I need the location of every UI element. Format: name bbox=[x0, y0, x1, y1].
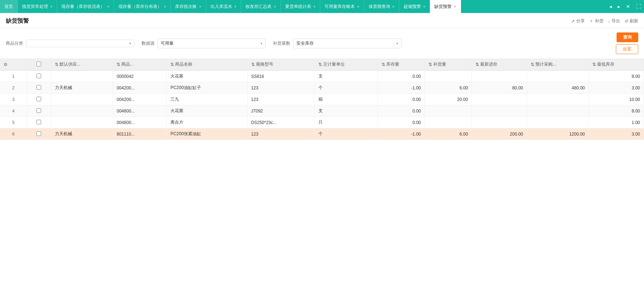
cell-replenish-5: 6.00 bbox=[425, 128, 472, 140]
check-all-checkbox[interactable] bbox=[36, 62, 41, 66]
th-unit[interactable]: ⇅ 主计量单位 bbox=[314, 58, 378, 71]
cell-stock-5: -1.00 bbox=[378, 128, 425, 140]
replenish-icon: ＋ bbox=[589, 18, 593, 24]
replenish-base-select[interactable]: 安全库存 ▾ bbox=[293, 39, 401, 48]
data-source-label: 数据源 bbox=[142, 40, 155, 47]
tab-close-available-ledger[interactable]: × bbox=[357, 4, 359, 9]
th-name[interactable]: ⇅ 商品名称 bbox=[167, 58, 247, 71]
tab-home[interactable]: 首页 bbox=[0, 0, 18, 13]
table-body: 1 0000042 火花塞 SS816 支 0.00 8.00 2 力天机械 0… bbox=[0, 71, 644, 140]
th-latest-price[interactable]: ⇅ 最新进价 bbox=[472, 58, 527, 71]
replenish-button[interactable]: ＋ 补货 bbox=[589, 18, 604, 24]
tab-overstock-warning[interactable]: 超储预警 × bbox=[399, 0, 430, 13]
row-checkbox-5[interactable] bbox=[36, 131, 41, 136]
cell-unit-3: 支 bbox=[314, 105, 378, 117]
th-stock[interactable]: ⇅ 库存量 bbox=[378, 58, 425, 71]
cell-stock-2: 0.00 bbox=[378, 94, 425, 105]
settings-button[interactable]: 设置 bbox=[616, 44, 638, 54]
tab-prev-btn[interactable]: ◂ bbox=[606, 0, 615, 13]
th-gear[interactable]: ⚙ bbox=[0, 58, 27, 71]
row-checkbox-3[interactable] bbox=[36, 108, 41, 113]
cell-code-4: 004800... bbox=[113, 117, 167, 128]
cell-stock-4: 0.00 bbox=[378, 117, 425, 128]
th-check-all[interactable] bbox=[27, 58, 51, 71]
tab-close-all-btn[interactable]: ✕ bbox=[623, 0, 633, 13]
row-checkbox-2[interactable] bbox=[36, 97, 41, 101]
tab-expand-btn[interactable]: ⛶ bbox=[633, 0, 644, 13]
tab-close-overstock-warning[interactable]: × bbox=[423, 4, 425, 9]
share-button[interactable]: ↗ 分享 bbox=[571, 18, 585, 24]
tab-next-btn[interactable]: ▸ bbox=[615, 0, 623, 13]
cell-check-0[interactable] bbox=[27, 71, 51, 82]
query-button[interactable]: 查询 bbox=[617, 32, 638, 42]
tab-close-receive-summary[interactable]: × bbox=[274, 4, 276, 9]
tab-available-ledger[interactable]: 可用量库存账本 × bbox=[320, 0, 364, 13]
cell-name-3: 火花塞 bbox=[167, 105, 247, 117]
data-source-value: 可用量 bbox=[161, 40, 174, 47]
tab-order-stats[interactable]: 要货单统计表 × bbox=[281, 0, 320, 13]
export-button[interactable]: ↓ 导出 bbox=[608, 18, 620, 24]
cell-unit-5: 个 bbox=[314, 128, 378, 140]
tab-defect-handling[interactable]: 拣货异常处理 × bbox=[18, 0, 57, 13]
sort-supplier-icon: ⇅ bbox=[55, 62, 58, 67]
th-replenish[interactable]: ⇅ 补货量 bbox=[425, 58, 472, 71]
cell-code-5: 801110... bbox=[113, 128, 167, 140]
tab-close-defect-handling[interactable]: × bbox=[50, 4, 52, 9]
tab-inventory-dist[interactable]: 现存量（库存分布表） × bbox=[114, 0, 171, 13]
row-checkbox-0[interactable] bbox=[36, 74, 41, 78]
sort-code-icon: ⇅ bbox=[117, 62, 120, 67]
tab-close-batch-account[interactable]: × bbox=[199, 4, 201, 9]
cell-unit-0: 支 bbox=[314, 71, 378, 82]
cell-check-4[interactable] bbox=[27, 117, 51, 128]
cell-latest-price-5: 200.00 bbox=[472, 128, 527, 140]
tab-close-inout-flow[interactable]: × bbox=[234, 4, 236, 9]
tab-inout-flow[interactable]: 出入库流水 × bbox=[206, 0, 241, 13]
tab-close-shortage-warning[interactable]: × bbox=[454, 4, 456, 9]
cell-forecast-5: 1200.00 bbox=[527, 128, 588, 140]
tab-close-inventory-dist[interactable]: × bbox=[164, 4, 166, 9]
cell-latest-price-1: 80.00 bbox=[472, 82, 527, 94]
tab-close-expiry-query[interactable]: × bbox=[392, 4, 395, 9]
gear-icon[interactable]: ⚙ bbox=[4, 62, 8, 67]
tab-close-inventory-status[interactable]: × bbox=[107, 4, 109, 9]
category-label: 商品分类 bbox=[6, 40, 23, 47]
cell-name-5: PC200张紧油缸 bbox=[167, 128, 247, 140]
cell-code-1: 004200... bbox=[113, 82, 167, 94]
cell-replenish-4 bbox=[425, 117, 472, 128]
tab-close-order-stats[interactable]: × bbox=[313, 4, 316, 9]
th-code[interactable]: ⇅ 商品... bbox=[113, 58, 167, 71]
tab-shortage-warning[interactable]: 缺货预警 × bbox=[430, 0, 461, 13]
tab-receive-summary[interactable]: 收发存汇总表 × bbox=[241, 0, 280, 13]
category-select[interactable]: ▾ bbox=[26, 40, 134, 47]
cell-name-1: PC200油缸缸子 bbox=[167, 82, 247, 94]
tab-inventory-status[interactable]: 现存量（库存状况表） × bbox=[57, 0, 114, 13]
sort-stock-icon: ⇅ bbox=[382, 62, 385, 67]
cell-check-5[interactable] bbox=[27, 128, 51, 140]
sort-unit-icon: ⇅ bbox=[318, 62, 322, 67]
tab-bar: 首页 拣货异常处理 × 现存量（库存状况表） × 现存量（库存分布表） × 库存… bbox=[0, 0, 644, 13]
th-spec[interactable]: ⇅ 规格型号 bbox=[247, 58, 314, 71]
cell-unit-2: 箱 bbox=[314, 94, 378, 105]
th-forecast[interactable]: ⇅ 预计采购... bbox=[527, 58, 588, 71]
cell-min-stock-1: 3.00 bbox=[589, 82, 644, 94]
cell-check-2[interactable] bbox=[27, 94, 51, 105]
cell-min-stock-5: 3.00 bbox=[589, 128, 644, 140]
table-row: 3 004200... 三九 123 箱 0.00 20.00 10.00 bbox=[0, 94, 644, 105]
cell-supplier-3 bbox=[51, 105, 113, 117]
share-icon: ↗ bbox=[571, 19, 575, 24]
cell-replenish-0 bbox=[425, 71, 472, 82]
cell-check-1[interactable] bbox=[27, 82, 51, 94]
page-title: 缺货预警 bbox=[6, 17, 29, 25]
data-source-select[interactable]: 可用量 ▾ bbox=[157, 39, 266, 48]
tab-expiry-query[interactable]: 保质期查询 × bbox=[364, 0, 399, 13]
cell-forecast-1: 480.00 bbox=[527, 82, 588, 94]
th-supplier[interactable]: ⇅ 默认供应... bbox=[51, 58, 113, 71]
th-min-stock[interactable]: ⇅ 最低库存 bbox=[589, 58, 644, 71]
header-actions: ↗ 分享 ＋ 补货 ↓ 导出 ↺ 刷新 bbox=[571, 18, 638, 24]
refresh-button[interactable]: ↺ 刷新 bbox=[625, 18, 638, 24]
cell-check-3[interactable] bbox=[27, 105, 51, 117]
cell-supplier-5: 力天机械 bbox=[51, 128, 113, 140]
row-checkbox-1[interactable] bbox=[36, 85, 41, 90]
tab-batch-account[interactable]: 库存批次账 × bbox=[171, 0, 206, 13]
row-checkbox-4[interactable] bbox=[36, 120, 41, 124]
